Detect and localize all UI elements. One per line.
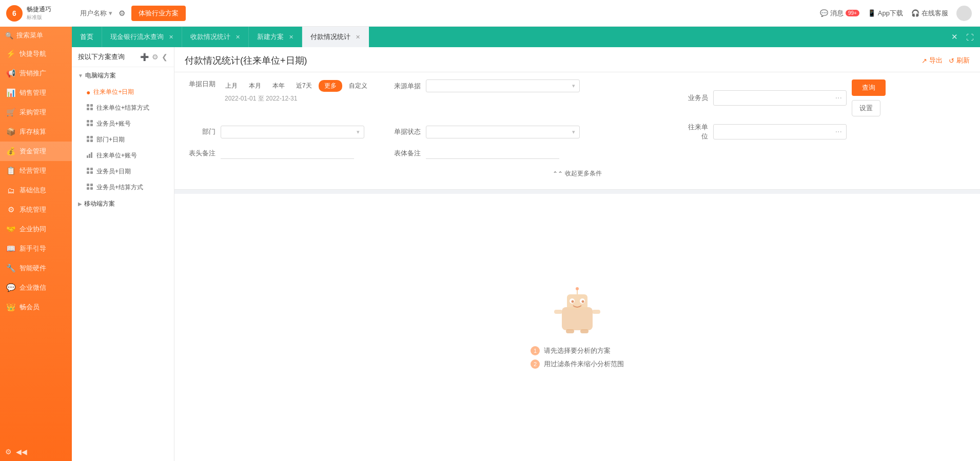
schema-item-label-6: 业务员+结算方式 bbox=[96, 183, 143, 192]
collapse-label: 收起更多条件 bbox=[565, 169, 602, 178]
sidebar-item-nav3[interactable]: 🛒 采购管理 bbox=[0, 103, 72, 122]
export-btn[interactable]: ↗ 导出 bbox=[922, 56, 943, 65]
date-tab-7days[interactable]: 近7天 bbox=[291, 79, 317, 92]
svg-rect-6 bbox=[87, 124, 89, 126]
doc-status-filter-label: 单据状态 bbox=[390, 127, 426, 136]
settings-schema-icon[interactable]: ⚙ bbox=[152, 53, 159, 61]
date-tab-this-month[interactable]: 本月 bbox=[244, 79, 266, 92]
tab-receipts[interactable]: 收款情况统计 ✕ bbox=[182, 27, 249, 47]
settings-button[interactable]: 设置 bbox=[852, 100, 880, 116]
schema-item-5[interactable]: 业务员+日期 bbox=[72, 164, 174, 179]
service-label: 在线客服 bbox=[922, 9, 948, 18]
payments-close-icon[interactable]: ✕ bbox=[356, 34, 360, 40]
gear-icon[interactable]: ⚙ bbox=[119, 9, 125, 18]
schema-item-label-4: 往来单位+账号 bbox=[96, 151, 137, 160]
nav-icon-3: 🛒 bbox=[6, 108, 15, 117]
sidebar-item-nav12[interactable]: 💬 企业微信 bbox=[0, 278, 72, 297]
schema-item-0[interactable]: ● 往来单位+日期 bbox=[72, 84, 174, 100]
message-icon: 💬 bbox=[820, 9, 828, 17]
filter-area: 单据日期 上月 本月 本年 近7天 更多 自定义 2022-01-01 至 20… bbox=[174, 72, 980, 190]
add-schema-icon[interactable]: ➕ bbox=[140, 53, 149, 61]
cashflow-close-icon[interactable]: ✕ bbox=[169, 34, 173, 40]
schema-item-1[interactable]: 往来单位+结算方式 bbox=[72, 100, 174, 116]
collapse-bar[interactable]: ⌃⌃ 收起更多条件 bbox=[185, 165, 970, 182]
body-note-input[interactable] bbox=[426, 147, 559, 159]
schema-item-icon-6 bbox=[86, 183, 93, 192]
query-button[interactable]: 查询 bbox=[852, 79, 886, 96]
sidebar-item-nav10[interactable]: 📖 新手引导 bbox=[0, 239, 72, 258]
nav-icon-12: 💬 bbox=[6, 283, 15, 292]
sidebar-item-nav9[interactable]: 🤝 企业协同 bbox=[0, 219, 72, 239]
nav-label-5: 资金管理 bbox=[19, 147, 46, 156]
maximize-icon[interactable]: ⛶ bbox=[964, 31, 976, 44]
svg-rect-11 bbox=[90, 139, 93, 142]
tab-home[interactable]: 首页 bbox=[72, 27, 102, 47]
date-tab-this-year[interactable]: 本年 bbox=[268, 79, 289, 92]
tab-new-plan[interactable]: 新建方案 ✕ bbox=[249, 27, 302, 47]
mobile-group-header[interactable]: ▶ 移动端方案 bbox=[72, 195, 174, 212]
sidebar-item-nav5[interactable]: 💰 资金管理 bbox=[0, 142, 72, 161]
svg-rect-30 bbox=[592, 310, 600, 314]
app-download-btn[interactable]: 📱 App下载 bbox=[868, 9, 903, 18]
new-plan-close-icon[interactable]: ✕ bbox=[289, 34, 293, 40]
collapse-panel-icon[interactable]: ❮ bbox=[162, 53, 168, 61]
nav-label-10: 新手引导 bbox=[19, 244, 46, 253]
tab-cashflow[interactable]: 现金银行流水查询 ✕ bbox=[102, 27, 182, 47]
sidebar-item-nav7[interactable]: 🗂 基础信息 bbox=[0, 181, 72, 200]
counterpart-select[interactable]: ··· bbox=[713, 124, 847, 139]
source-filter-label: 来源单据 bbox=[390, 82, 426, 91]
new-plan-tab-label: 新建方案 bbox=[257, 32, 284, 42]
logo-icon: 6 bbox=[6, 5, 23, 22]
date-tab-more[interactable]: 更多 bbox=[319, 80, 342, 92]
user-avatar[interactable] bbox=[956, 6, 972, 21]
schema-item-2[interactable]: 业务员+账号 bbox=[72, 116, 174, 132]
svg-point-34 bbox=[576, 287, 579, 290]
mobile-group-arrow-icon: ▶ bbox=[78, 201, 82, 207]
online-service-btn[interactable]: 🎧 在线客服 bbox=[911, 9, 948, 18]
sidebar-item-nav6[interactable]: 📋 经营管理 bbox=[0, 161, 72, 181]
schema-item-icon-5 bbox=[86, 167, 93, 176]
source-select[interactable]: ▾ bbox=[426, 79, 580, 92]
sidebar-item-nav1[interactable]: 📢 营销推广 bbox=[0, 64, 72, 83]
ellipsis-icon[interactable]: ··· bbox=[835, 93, 842, 103]
sidebar-item-nav11[interactable]: 🔧 智能硬件 bbox=[0, 258, 72, 278]
svg-rect-29 bbox=[554, 310, 562, 314]
page-header: 付款情况统计(往来单位+日期) ↗ 导出 ↺ 刷新 bbox=[174, 47, 980, 72]
svg-rect-5 bbox=[90, 120, 93, 123]
schema-item-6[interactable]: 业务员+结算方式 bbox=[72, 179, 174, 195]
receipts-close-icon[interactable]: ✕ bbox=[236, 34, 240, 40]
schema-item-4[interactable]: 往来单位+账号 bbox=[72, 148, 174, 164]
schema-item-3[interactable]: 部门+日期 bbox=[72, 132, 174, 148]
schema-item-label-1: 往来单位+结算方式 bbox=[96, 104, 149, 112]
chevron-down-icon[interactable]: ▾ bbox=[109, 9, 112, 17]
desktop-group-header[interactable]: ▼ 电脑端方案 bbox=[72, 67, 174, 84]
sidebar-item-nav2[interactable]: 📊 销售管理 bbox=[0, 83, 72, 103]
trial-btn[interactable]: 体验行业方案 bbox=[131, 6, 186, 21]
sidebar-item-nav4[interactable]: 📦 库存核算 bbox=[0, 122, 72, 142]
message-btn[interactable]: 💬 消息 99+ bbox=[820, 9, 859, 18]
tab-payments[interactable]: 付款情况统计 ✕ bbox=[302, 27, 369, 47]
date-tab-last-month[interactable]: 上月 bbox=[221, 79, 242, 92]
svg-rect-31 bbox=[566, 329, 574, 333]
settings-bottom-icon[interactable]: ⚙ bbox=[5, 448, 12, 456]
counterpart-dots-icon[interactable]: ··· bbox=[835, 127, 842, 136]
close-all-tabs-icon[interactable]: ✕ bbox=[949, 30, 960, 44]
nav-icon-8: ⚙ bbox=[6, 205, 15, 214]
doc-status-arrow: ▾ bbox=[572, 129, 575, 135]
dept-select[interactable]: ▾ bbox=[221, 126, 364, 138]
search-menu[interactable]: 🔍 搜索菜单 bbox=[0, 27, 72, 44]
refresh-icon: ↺ bbox=[949, 57, 954, 65]
salesman-select[interactable]: ··· bbox=[713, 90, 847, 106]
refresh-btn[interactable]: ↺ 刷新 bbox=[949, 56, 970, 65]
sidebar-item-nav13[interactable]: 👑 畅会员 bbox=[0, 297, 72, 317]
nav-label-4: 库存核算 bbox=[19, 127, 46, 136]
counterpart-filter-label: 往来单位 bbox=[685, 123, 713, 141]
svg-rect-20 bbox=[90, 184, 93, 186]
nav-icon-4: 📦 bbox=[6, 127, 15, 136]
collapse-sidebar-icon[interactable]: ◀◀ bbox=[16, 448, 27, 456]
date-tab-custom[interactable]: 自定义 bbox=[344, 79, 372, 92]
header-note-input[interactable] bbox=[221, 147, 354, 159]
sidebar-item-nav8[interactable]: ⚙ 系统管理 bbox=[0, 200, 72, 219]
doc-status-select[interactable]: ▾ bbox=[426, 126, 580, 138]
sidebar-item-nav0[interactable]: ⚡ 快捷导航 bbox=[0, 44, 72, 64]
